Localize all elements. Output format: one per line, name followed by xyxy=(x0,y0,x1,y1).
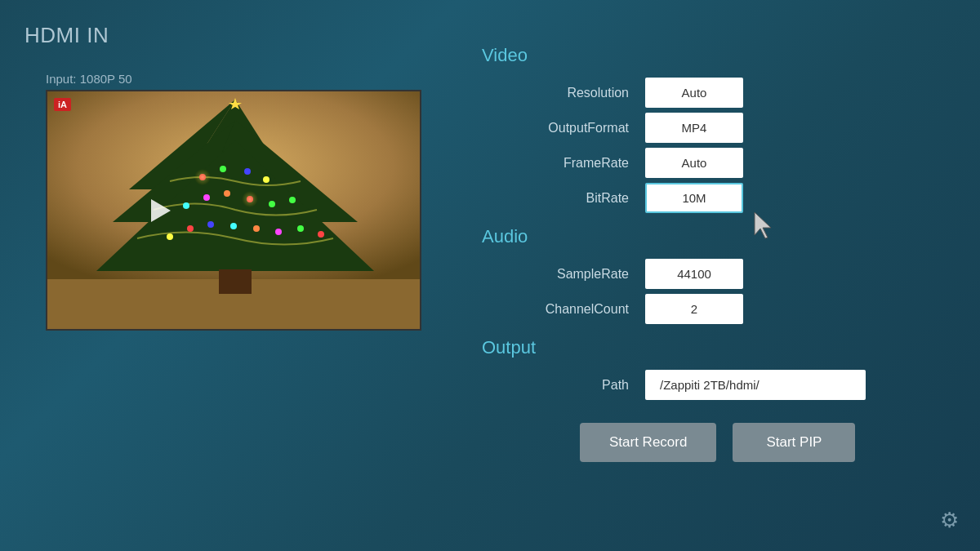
svg-point-22 xyxy=(207,221,214,228)
samplerate-row: SampleRate 44100 xyxy=(482,259,956,289)
right-panel: Video Resolution Auto OutputFormat MP4 F… xyxy=(482,45,956,462)
svg-point-12 xyxy=(244,168,251,175)
resolution-value[interactable]: Auto xyxy=(645,78,743,108)
svg-rect-8 xyxy=(219,269,252,294)
outputformat-value[interactable]: MP4 xyxy=(645,113,743,143)
play-icon xyxy=(151,199,171,222)
samplerate-value[interactable]: 44100 xyxy=(645,259,743,289)
video-preview: iA xyxy=(46,90,421,331)
path-value[interactable]: /Zappiti 2TB/hdmi/ xyxy=(645,370,866,400)
svg-point-26 xyxy=(297,225,304,232)
svg-point-25 xyxy=(275,229,282,235)
bitrate-row: BitRate 10M xyxy=(482,183,956,213)
framerate-row: FrameRate Auto xyxy=(482,148,956,178)
svg-point-16 xyxy=(224,190,230,197)
svg-point-28 xyxy=(194,169,211,185)
bitrate-value[interactable]: 10M xyxy=(645,183,743,213)
resolution-label: Resolution xyxy=(482,86,645,100)
svg-point-20 xyxy=(167,233,173,240)
path-label: Path xyxy=(482,378,645,393)
svg-point-18 xyxy=(269,201,275,207)
svg-point-24 xyxy=(253,225,260,232)
svg-point-21 xyxy=(187,225,194,232)
ia-badge: iA xyxy=(54,98,71,111)
svg-point-14 xyxy=(183,202,189,209)
channelcount-value[interactable]: 2 xyxy=(645,294,743,324)
resolution-row: Resolution Auto xyxy=(482,78,956,108)
svg-point-11 xyxy=(220,166,226,172)
framerate-value[interactable]: Auto xyxy=(645,148,743,178)
channelcount-row: ChannelCount 2 xyxy=(482,294,956,324)
bitrate-label: BitRate xyxy=(482,191,645,206)
svg-point-29 xyxy=(242,191,258,207)
start-pip-button[interactable]: Start PIP xyxy=(733,423,855,462)
svg-point-23 xyxy=(230,223,237,229)
start-record-button[interactable]: Start Record xyxy=(580,423,716,462)
framerate-label: FrameRate xyxy=(482,156,645,171)
input-label: Input: 1080P 50 xyxy=(46,72,132,86)
svg-point-15 xyxy=(203,194,210,201)
svg-point-19 xyxy=(289,197,296,203)
video-section-title: Video xyxy=(482,45,956,66)
svg-point-27 xyxy=(318,231,324,238)
svg-point-13 xyxy=(263,176,270,183)
play-button[interactable] xyxy=(145,196,174,225)
outputformat-row: OutputFormat MP4 xyxy=(482,113,956,143)
samplerate-label: SampleRate xyxy=(482,267,645,282)
audio-section-title: Audio xyxy=(482,226,956,247)
buttons-row: Start Record Start PIP xyxy=(580,423,956,462)
gear-icon[interactable]: ⚙ xyxy=(936,507,962,533)
output-section-title: Output xyxy=(482,337,956,358)
channelcount-label: ChannelCount xyxy=(482,302,645,317)
path-row: Path /Zappiti 2TB/hdmi/ xyxy=(482,370,956,400)
page-title: HDMI IN xyxy=(24,23,109,48)
outputformat-label: OutputFormat xyxy=(482,121,645,136)
